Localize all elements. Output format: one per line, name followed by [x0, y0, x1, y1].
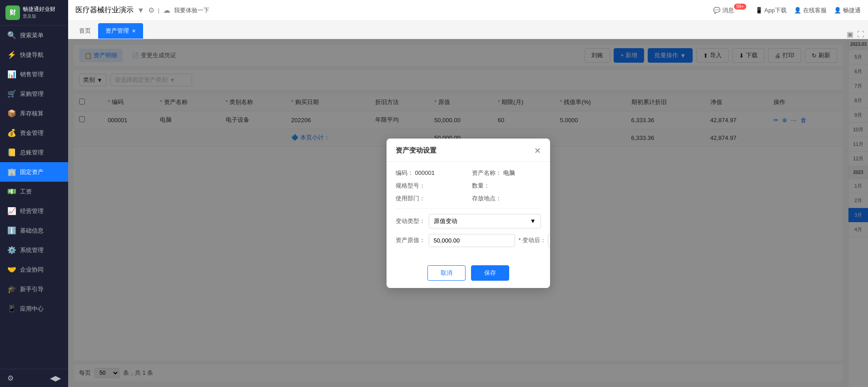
asset-name-field: 资产名称： 电脑	[472, 169, 541, 177]
page-content: 📋 资产明细 📄 变更生成凭证 刘账 + 新增 批量操作 ▼ ⬆ 导入	[68, 39, 868, 387]
sidebar-item-payroll[interactable]: 💵 工资	[0, 182, 68, 201]
change-type-select[interactable]: 原值变动 ▼	[429, 214, 541, 228]
sidebar-item-label: 工资	[20, 188, 32, 196]
message-btn[interactable]: 💬 消息 99+	[713, 6, 748, 15]
code-label: 编码：	[396, 169, 413, 177]
after-change-input[interactable]	[548, 234, 550, 247]
sidebar-bottom: ⚙ ◀▶	[0, 369, 68, 387]
sidebar-menu: 🔍 搜索菜单 ⚡ 快捷导航 📊 销售管理 🛒 采购管理 📦 库存核算 💰 资金管…	[0, 25, 68, 369]
modal-divider	[396, 208, 541, 208]
guide-icon: 🎓	[7, 285, 16, 293]
modal-footer: 取消 保存	[387, 260, 550, 288]
modal-close-btn[interactable]: ✕	[534, 146, 541, 156]
tab-minimize-icon[interactable]: ▣	[847, 30, 853, 39]
trial-label[interactable]: 我要体验一下	[174, 6, 209, 15]
message-icon: 💬	[713, 7, 720, 14]
sidebar-item-label: 库存核算	[20, 109, 44, 118]
cart-icon: 🛒	[7, 89, 16, 98]
topbar: 医疗器械行业演示 ▼ ⚙ | ☁ 我要体验一下 💬 消息 99+ 📱 App下载…	[68, 0, 868, 21]
topbar-left: 医疗器械行业演示 ▼ ⚙ | ☁ 我要体验一下	[75, 5, 209, 15]
sidebar-item-operations[interactable]: 📈 经营管理	[0, 201, 68, 221]
asset-name-value: 电脑	[503, 169, 515, 177]
building-icon: 🏢	[7, 168, 16, 176]
search-icon: 🔍	[7, 31, 16, 40]
location-label: 存放地点：	[472, 194, 501, 203]
logo: 财 畅捷通好业财 普及版	[0, 0, 68, 25]
service-btn[interactable]: 👤 在线客服	[794, 6, 827, 15]
app-download-label: App下载	[764, 6, 787, 15]
sidebar-item-label: 新手引导	[20, 285, 44, 293]
sidebar-item-sales[interactable]: 📊 销售管理	[0, 64, 68, 84]
tabbar: 首页 资产管理 ✕ ▣ ⛶	[68, 21, 868, 39]
sidebar-item-enterprise[interactable]: 🤝 企业协同	[0, 260, 68, 279]
sidebar-item-ledger[interactable]: 📒 总账管理	[0, 143, 68, 162]
tab-actions: ▣ ⛶	[847, 30, 864, 39]
tab-close-icon[interactable]: ✕	[132, 28, 136, 34]
sidebar-item-label: 搜索菜单	[20, 31, 44, 40]
original-value-label: 资产原值：	[396, 236, 425, 244]
modal-row-3: 使用部门： 存放地点：	[396, 194, 541, 203]
logo-icon: 财	[5, 5, 20, 20]
app-download-btn[interactable]: 📱 App下载	[755, 6, 787, 15]
sidebar-item-capital[interactable]: 💰 资金管理	[0, 123, 68, 143]
quantity-field: 数量：	[472, 182, 541, 190]
modal-title: 资产变动设置	[396, 146, 436, 155]
sidebar-item-label: 销售管理	[20, 70, 44, 79]
box-icon: 📦	[7, 109, 16, 118]
company-name: 医疗器械行业演示	[75, 5, 134, 15]
collapse-icon[interactable]: ◀▶	[50, 374, 61, 382]
tab-home-label: 首页	[79, 27, 91, 35]
spec-label: 规格型号：	[396, 182, 425, 190]
message-label: 消息	[722, 6, 734, 15]
sidebar-item-inventory[interactable]: 📦 库存核算	[0, 104, 68, 123]
sidebar-item-system[interactable]: ⚙️ 系统管理	[0, 240, 68, 260]
settings-icon[interactable]: ⚙	[7, 374, 14, 382]
after-change-group: * 变动后：	[519, 234, 550, 247]
tab-asset-mgmt-label: 资产管理	[105, 27, 129, 35]
asset-change-modal: 资产变动设置 ✕ 编码： 000001 资产名称： 电脑	[387, 139, 550, 288]
tab-asset-mgmt[interactable]: 资产管理 ✕	[98, 23, 143, 39]
service-label: 在线客服	[803, 6, 827, 15]
sidebar-item-guide[interactable]: 🎓 新手引导	[0, 279, 68, 299]
sidebar-item-app[interactable]: 📱 应用中心	[0, 299, 68, 318]
quantity-label: 数量：	[472, 182, 490, 190]
main-content: 医疗器械行业演示 ▼ ⚙ | ☁ 我要体验一下 💬 消息 99+ 📱 App下载…	[68, 0, 868, 387]
message-badge: 99+	[734, 4, 746, 10]
asset-name-label: 资产名称：	[472, 169, 501, 177]
sidebar-item-label: 快捷导航	[20, 51, 44, 59]
payroll-icon: 💵	[7, 187, 16, 196]
cancel-btn[interactable]: 取消	[427, 265, 466, 281]
sidebar-item-fixed-assets[interactable]: 🏢 固定资产	[0, 162, 68, 182]
sidebar-item-label: 基础信息	[20, 227, 44, 235]
sidebar-item-label: 经营管理	[20, 207, 44, 215]
dept-label: 使用部门：	[396, 194, 425, 203]
modal-body: 编码： 000001 资产名称： 电脑 规格型号：	[387, 162, 550, 260]
modal-overlay: 资产变动设置 ✕ 编码： 000001 资产名称： 电脑	[68, 39, 868, 387]
change-type-row: 变动类型： 原值变动 ▼	[396, 214, 541, 228]
dropdown-icon[interactable]: ▼	[137, 6, 144, 15]
sidebar-item-label: 固定资产	[20, 168, 44, 176]
tab-expand-icon[interactable]: ⛶	[857, 30, 864, 39]
sidebar-item-quick-nav[interactable]: ⚡ 快捷导航	[0, 45, 68, 64]
change-type-arrow-icon: ▼	[530, 218, 536, 224]
ledger-icon: 📒	[7, 148, 16, 157]
sidebar-item-purchase[interactable]: 🛒 采购管理	[0, 84, 68, 104]
chart-icon: 📊	[7, 70, 16, 79]
tab-home[interactable]: 首页	[72, 23, 98, 39]
sidebar-item-label: 企业协同	[20, 266, 44, 274]
user-icon: 👤	[834, 7, 841, 14]
money-icon: 💰	[7, 129, 16, 137]
save-btn[interactable]: 保存	[471, 265, 509, 281]
logo-text: 畅捷通好业财	[23, 5, 55, 13]
code-value: 000001	[415, 169, 435, 176]
change-type-value: 原值变动	[434, 217, 457, 225]
topbar-right: 💬 消息 99+ 📱 App下载 👤 在线客服 👤 畅捷通	[713, 6, 861, 15]
sidebar-item-label: 应用中心	[20, 305, 44, 313]
phone-icon: 📱	[755, 7, 763, 14]
settings-btn[interactable]: ⚙	[148, 6, 154, 15]
original-value-input[interactable]	[429, 234, 515, 247]
user-btn[interactable]: 👤 畅捷通	[834, 6, 861, 15]
sidebar-item-basic-info[interactable]: ℹ️ 基础信息	[0, 221, 68, 240]
sidebar-item-search[interactable]: 🔍 搜索菜单	[0, 25, 68, 45]
location-field: 存放地点：	[472, 194, 541, 203]
